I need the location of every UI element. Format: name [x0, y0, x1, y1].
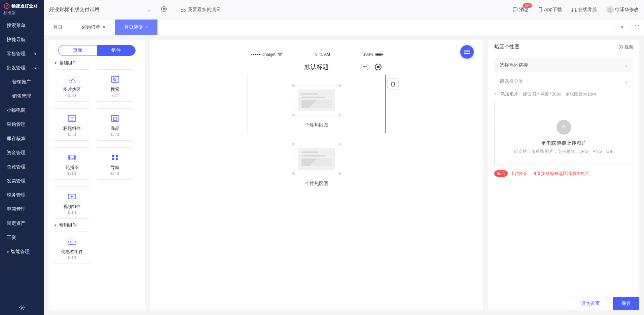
nav-invoice[interactable]: 发票管理	[0, 174, 44, 188]
upload-sub: 仅支持上传单张图片，支持格式：JPG、PNG、GIF	[498, 148, 630, 154]
nav-smart[interactable]: 智能管理	[0, 245, 44, 259]
group-marketing[interactable]: ▼ 营销组件	[54, 222, 140, 228]
nav-fixed-asset[interactable]: 固定资产	[0, 216, 44, 231]
segment-switch: 页面 组件	[58, 45, 136, 56]
play-icon	[618, 45, 623, 49]
save-button[interactable]: 保存	[613, 297, 639, 310]
bottom-bar: 设为首页 保存	[573, 297, 639, 310]
segment-component[interactable]: 组件	[97, 45, 135, 56]
comp-carousel[interactable]: 轮播图 0/10	[54, 147, 90, 180]
nav-marketing-promo[interactable]: 营销推广	[0, 75, 44, 89]
user-menu[interactable]: 徐泽华修改	[606, 6, 639, 13]
image-placeholder	[293, 144, 340, 174]
set-home-button[interactable]: 设为首页	[573, 297, 608, 310]
group-basic[interactable]: ▼ 基础组件	[54, 60, 140, 66]
tab-home[interactable]: 首页	[44, 20, 72, 35]
tip-row: 提示 上传图后，可直接鼠标框选区域添加热区	[488, 165, 639, 182]
float-menu-button[interactable]	[460, 45, 474, 59]
segment-page[interactable]: 页面	[59, 45, 97, 56]
tab-home-decor[interactable]: 首页装修✕	[115, 20, 157, 35]
svg-rect-23	[116, 158, 118, 160]
left-sidebar: 畅捷通好业财 标准版 搜索菜单 快捷导航 零售管理▼ 批发管理▲ 营销推广 销售…	[0, 0, 44, 315]
link-select[interactable]: 选择热区链接 ⌄	[494, 58, 633, 72]
message-badge: 99+	[523, 3, 532, 8]
chevron-down-icon: ⌄	[624, 79, 628, 84]
canvas-area: chanjet 9:41 AM 100% 默认标题 •••	[150, 40, 483, 310]
nav-purchase[interactable]: 采购管理	[0, 117, 44, 132]
svg-rect-3	[539, 7, 542, 12]
component-panel: 页面 组件 ▼ 基础组件 图片热区 2/20 搜索 0/2 Title 标题组件…	[48, 40, 145, 310]
svg-point-0	[4, 4, 9, 9]
nav-retail[interactable]: 零售管理▼	[0, 47, 44, 61]
nav-salary[interactable]: 工资	[0, 231, 44, 245]
upload-box[interactable]: 单击或拖拽上传图片 仅支持上传单张图片，支持格式：JPG、PNG、GIF	[494, 103, 633, 165]
battery-icon	[375, 53, 382, 56]
nav-ledger[interactable]: 总账管理	[0, 160, 44, 174]
svg-rect-6	[575, 10, 576, 11]
product-title: 好业财标准版交付试用	[49, 6, 100, 13]
fullscreen-button[interactable]	[629, 25, 644, 30]
comp-search[interactable]: 搜索 0/2	[97, 69, 133, 102]
delete-block-button[interactable]	[387, 78, 399, 90]
comp-title[interactable]: Title 标题组件 0/20	[54, 108, 90, 141]
goods-comp-icon	[97, 113, 133, 124]
phone-status-bar: chanjet 9:41 AM 100%	[248, 50, 386, 59]
nav-fund[interactable]: 资金管理	[0, 146, 44, 160]
prop-title: 热区个性图	[494, 44, 520, 50]
close-icon[interactable]: ✕	[145, 25, 148, 29]
comp-coupon[interactable]: 优惠券组件 0/10	[54, 232, 90, 264]
close-all-tabs-button[interactable]: ✕	[614, 25, 629, 30]
nav-quick-nav[interactable]: 快捷导航	[0, 33, 44, 47]
wifi-icon	[278, 53, 282, 56]
nav-tax[interactable]: 税务管理	[0, 188, 44, 202]
comp-goods[interactable]: 商品 0/20	[97, 108, 133, 141]
nav-ecommerce-xc[interactable]: 小畅电商	[0, 103, 44, 117]
tab-purchase-order[interactable]: 采购订单✕	[72, 20, 115, 35]
demo-link[interactable]: 我要看实例演示	[180, 7, 221, 13]
chevron-up-icon: ▲	[34, 66, 37, 70]
target-icon	[375, 64, 382, 70]
phone-time: 9:41 AM	[315, 52, 330, 57]
comp-image-hot[interactable]: 图片热区 2/20	[54, 69, 90, 102]
carousel-comp-icon	[54, 152, 90, 163]
settings-button[interactable]	[161, 6, 167, 13]
comp-video[interactable]: 视频组件 0/10	[54, 186, 90, 219]
video-comp-icon	[54, 191, 90, 202]
nav-search-menu[interactable]: 搜索菜单	[0, 19, 44, 33]
triangle-down-icon: ▼	[54, 223, 57, 227]
gear-icon	[19, 305, 25, 311]
hot-zone-block-1[interactable]: 个性热区图	[248, 75, 386, 133]
svg-rect-21	[116, 155, 118, 157]
hot-zone-label: 个性热区图	[248, 181, 385, 187]
logo-text: 畅捷通好业财	[11, 3, 38, 9]
product-dropdown[interactable]: ⌄	[147, 7, 151, 12]
close-icon[interactable]: ✕	[102, 25, 105, 29]
support-button[interactable]: 在线客服	[571, 7, 597, 13]
svg-rect-16	[113, 117, 117, 120]
upload-title: 单击或拖拽上传图片	[498, 140, 630, 146]
nav-wholesale[interactable]: 批发管理▲	[0, 61, 44, 75]
category-select[interactable]: 请选择分类 ⌄	[494, 76, 633, 86]
svg-rect-18	[68, 156, 69, 159]
nav-comp-icon	[97, 152, 133, 163]
tip-text: 上传图后，可直接鼠标框选区域添加热区	[510, 171, 589, 177]
more-icon: •••	[360, 64, 369, 70]
messages-button[interactable]: 消息 99+	[512, 7, 529, 13]
svg-rect-9	[111, 76, 119, 82]
hot-zone-block-2[interactable]: 个性热区图	[248, 133, 386, 192]
svg-point-2	[163, 8, 165, 10]
upload-icon	[557, 120, 571, 135]
comp-nav[interactable]: 导航 0/20	[97, 147, 133, 180]
phone-preview: chanjet 9:41 AM 100% 默认标题 •••	[248, 50, 386, 310]
chevron-down-icon: ⌄	[624, 63, 628, 68]
video-tutorial-link[interactable]: 视频	[618, 44, 633, 50]
tip-badge: 提示	[494, 170, 508, 177]
app-download-button[interactable]: App下载	[538, 7, 562, 13]
chevron-down-icon: ▼	[34, 52, 37, 56]
phone-header: 默认标题 •••	[248, 59, 386, 75]
headset-icon	[571, 7, 577, 12]
nav-ecommerce[interactable]: 电商管理	[0, 202, 44, 216]
nav-sales-manage[interactable]: 销售管理	[0, 89, 44, 103]
sidebar-settings[interactable]	[0, 301, 44, 315]
nav-inventory[interactable]: 库存核算	[0, 132, 44, 146]
